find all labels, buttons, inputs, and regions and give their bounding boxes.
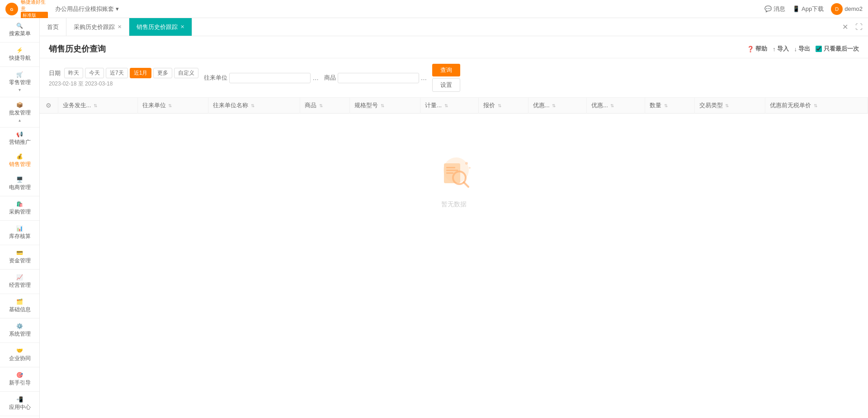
sidebar-item-wholesale[interactable]: 📦 批发管理 ▴ (0, 97, 39, 128)
workspace-dropdown-icon: ▾ (116, 5, 119, 12)
import-label: 导入 (777, 45, 789, 53)
column-pre-tax-price[interactable]: 优惠前无税单价 ⇅ (765, 98, 868, 114)
sidebar-label-app-center: 应用中心 (9, 404, 31, 411)
page-title: 销售历史价查询 (49, 43, 106, 54)
tab-sales-history-close[interactable]: ✕ (180, 24, 184, 29)
tab-purchase-history[interactable]: 采购历史价跟踪 ✕ (66, 18, 129, 36)
filter-date-row: 日期 昨天 今天 近7天 近1月 更多 自定义 (49, 68, 198, 78)
column-goods[interactable]: 商品 ⇅ (300, 98, 349, 114)
column-gear[interactable]: ⚙ (40, 98, 58, 114)
ecommerce-icon: 🖥️ (16, 176, 23, 183)
tab-home[interactable]: 首页 (40, 18, 66, 36)
sidebar-item-enterprise-coop[interactable]: 🤝 企业协同 (0, 343, 39, 367)
svg-rect-5 (446, 170, 458, 171)
help-btn[interactable]: ❓ 帮助 (747, 45, 767, 53)
column-quantity-label: 数量 (650, 102, 661, 109)
column-partner-code[interactable]: 往来单位 ⇅ (137, 98, 208, 114)
date-range-display: 2023-02-18 至 2023-03-18 (49, 80, 198, 88)
partner-filter-input[interactable] (229, 73, 311, 83)
import-icon: ↑ (773, 46, 776, 52)
top-bar-right: 💬 消息 📱 App下载 D demo2 (764, 3, 863, 15)
sidebar-item-search[interactable]: 🔍 搜索菜单 (0, 18, 39, 43)
export-btn[interactable]: ↓ 导出 (794, 45, 811, 53)
partner-filter-dots[interactable]: ... (312, 74, 318, 82)
search-button[interactable]: 查询 (432, 64, 460, 76)
svg-text:G: G (10, 7, 13, 12)
sidebar-item-inventory[interactable]: 📊 库存核算 (0, 221, 39, 245)
column-unit[interactable]: 计量... ⇅ (420, 98, 479, 114)
app-download-label: App下载 (802, 5, 824, 13)
column-quantity[interactable]: 数量 ⇅ (645, 98, 694, 114)
app-name: 畅捷通好生意 (21, 0, 48, 12)
date-range-text: 2023-02-18 至 2023-03-18 (49, 81, 113, 87)
sidebar-item-app-center[interactable]: 📲 应用中心 (0, 392, 39, 416)
tab-close-all-btn[interactable]: ✕ (840, 21, 850, 33)
date-btn-7days[interactable]: 近7天 (106, 68, 128, 78)
message-label: 消息 (774, 5, 785, 13)
date-btn-more[interactable]: 更多 (153, 68, 172, 78)
goods-filter-input[interactable] (338, 73, 419, 83)
column-discount1[interactable]: 优惠... ⇅ (528, 98, 586, 114)
sidebar-item-quick-nav[interactable]: ⚡ 快捷导航 (0, 43, 39, 67)
filter-date-group: 日期 昨天 今天 近7天 近1月 更多 自定义 2023-02-18 至 202… (49, 68, 198, 88)
column-biz-date-sort-icon: ⇅ (94, 103, 97, 108)
tab-sales-history[interactable]: 销售历史价跟踪 ✕ (129, 18, 192, 36)
date-btn-custom[interactable]: 自定义 (174, 68, 198, 78)
sidebar-item-basic[interactable]: 🗂️ 基础信息 (0, 294, 39, 318)
tabs-right: ✕ ⛶ (840, 21, 868, 33)
date-btn-1month[interactable]: 近1月 (130, 68, 152, 78)
sidebar-item-marketing[interactable]: 📢 营销推广 (0, 128, 39, 150)
column-spec[interactable]: 规格型号 ⇅ (349, 98, 420, 114)
column-trade-type[interactable]: 交易类型 ⇅ (694, 98, 765, 114)
user-menu-btn[interactable]: D demo2 (831, 3, 863, 15)
sidebar-item-enterprise-wx[interactable]: 💬 企业微信 (0, 416, 39, 418)
column-settings-icon[interactable]: ⚙ (46, 102, 52, 109)
date-btn-today[interactable]: 今天 (85, 68, 104, 78)
tab-maximize-btn[interactable]: ⛶ (854, 21, 864, 33)
svg-point-9 (465, 162, 468, 165)
settings-button[interactable]: 设置 (432, 78, 460, 92)
sidebar-item-guide[interactable]: 🎯 新手引导 (0, 367, 39, 392)
date-btn-yesterday[interactable]: 昨天 (64, 68, 83, 78)
column-discount2[interactable]: 优惠... ⇅ (586, 98, 645, 114)
column-partner-name[interactable]: 往来单位名称 ⇅ (208, 98, 300, 114)
sidebar-item-system[interactable]: ⚙️ 系统管理 (0, 318, 39, 343)
data-table: ⚙ 业务发生... ⇅ 往来单位 ⇅ 往来单位名称 (40, 98, 868, 114)
goods-filter-dots[interactable]: ... (421, 74, 427, 82)
view-last-label[interactable]: 只看最后一次 (816, 45, 859, 53)
import-btn[interactable]: ↑ 导入 (773, 45, 789, 53)
svg-rect-6 (446, 172, 453, 174)
workspace-selector[interactable]: 办公用品行业模拟账套 ▾ (52, 3, 123, 15)
sidebar-item-finance[interactable]: 💳 资金管理 (0, 245, 39, 270)
view-last-checkbox[interactable] (816, 46, 822, 52)
table-wrap: ⚙ 业务发生... ⇅ 往来单位 ⇅ 往来单位名称 (40, 98, 868, 245)
sidebar-item-operations[interactable]: 📈 经营管理 (0, 270, 39, 294)
column-spec-sort-icon: ⇅ (381, 103, 384, 108)
finance-icon: 💳 (16, 250, 23, 256)
column-biz-date-label: 业务发生... (63, 102, 91, 109)
message-btn[interactable]: 💬 消息 (764, 5, 785, 13)
column-spec-label: 规格型号 (354, 102, 378, 109)
view-last-text: 只看最后一次 (824, 45, 859, 53)
tab-purchase-history-close[interactable]: ✕ (118, 24, 122, 29)
sidebar-item-sales[interactable]: 💰 销售管理 (0, 150, 39, 172)
sidebar-item-purchase[interactable]: 🛍️ 采购管理 (0, 196, 39, 221)
workspace-name: 办公用品行业模拟账套 (55, 5, 114, 13)
filter-partner-wrap: 往来单位 ... (204, 73, 318, 83)
tab-purchase-history-label: 采购历史价跟踪 (74, 23, 115, 31)
sales-icon: 💰 (16, 153, 23, 160)
column-quote[interactable]: 报价 ⇅ (479, 98, 528, 114)
sidebar-item-retail[interactable]: 🛒 零售管理 ▾ (0, 67, 39, 97)
tab-sales-history-label: 销售历史价跟踪 (137, 23, 178, 31)
date-options: 昨天 今天 近7天 近1月 更多 自定义 (64, 68, 198, 78)
column-pre-tax-price-label: 优惠前无税单价 (770, 102, 811, 109)
column-biz-date[interactable]: 业务发生... ⇅ (58, 98, 137, 114)
app-download-btn[interactable]: 📱 App下载 (793, 5, 824, 13)
column-unit-sort-icon: ⇅ (444, 103, 448, 108)
sidebar-item-ecommerce[interactable]: 🖥️ 电商管理 (0, 172, 39, 196)
date-filter-label: 日期 (49, 69, 61, 77)
app-center-icon: 📲 (16, 396, 23, 403)
user-name: demo2 (844, 5, 863, 12)
logo-area: G 畅捷通好生意 标准版 (5, 0, 48, 19)
svg-line-8 (464, 182, 468, 187)
